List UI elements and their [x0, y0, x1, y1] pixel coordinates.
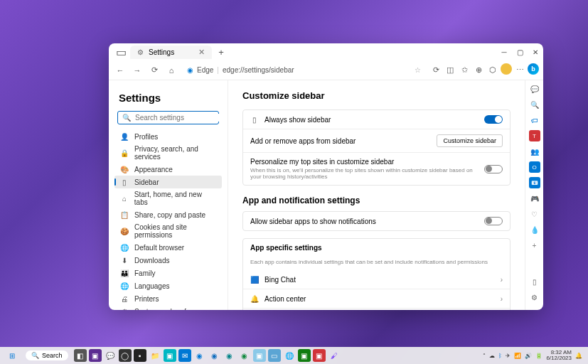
- bluetooth-icon[interactable]: ᛒ: [498, 353, 502, 359]
- close-icon[interactable]: ✕: [198, 48, 205, 57]
- edge-dev-icon[interactable]: ◉: [208, 349, 221, 362]
- app-icon[interactable]: ▣: [313, 349, 326, 362]
- nav-item-default-browser[interactable]: 🌐Default browser: [114, 241, 222, 254]
- nav-icon: ⚙: [120, 307, 129, 310]
- clock[interactable]: 8:32 AM 6/12/2023: [546, 350, 572, 361]
- outlook-icon[interactable]: 📧: [529, 177, 540, 188]
- nav-icon: 👪: [120, 269, 129, 277]
- back-button[interactable]: ←: [113, 63, 127, 77]
- taskbar-search[interactable]: 🔍 Search: [26, 350, 68, 360]
- volume-icon[interactable]: 🔊: [525, 353, 532, 359]
- split-icon[interactable]: ◫: [444, 63, 456, 77]
- app-row-action-center[interactable]: 🔔Action center›: [243, 289, 510, 308]
- minimize-button[interactable]: ─: [496, 44, 512, 60]
- always-show-toggle[interactable]: [484, 115, 503, 124]
- chevron-up-icon[interactable]: ˄: [483, 353, 486, 359]
- start-button[interactable]: ⊞: [6, 349, 18, 362]
- nav-item-cookies-and-site-permissions[interactable]: 🍪Cookies and site permissions: [114, 221, 222, 241]
- nav-item-profiles[interactable]: 👤Profiles: [114, 130, 222, 143]
- terminal-icon[interactable]: ▪: [134, 349, 146, 362]
- taskview-icon[interactable]: ◧: [74, 349, 87, 362]
- nav-label: Appearance: [134, 166, 173, 173]
- chrome-icon[interactable]: 🌐: [283, 349, 296, 362]
- app-icon[interactable]: ♡: [529, 208, 540, 220]
- search-field[interactable]: [135, 114, 225, 122]
- extensions-icon[interactable]: ⬡: [486, 63, 499, 77]
- search-sidebar-icon[interactable]: 🔍: [529, 99, 540, 110]
- search-icon: 🔍: [122, 114, 131, 122]
- office-icon[interactable]: O: [529, 161, 540, 173]
- app-row-bing-chat[interactable]: 🟦Bing Chat›: [243, 270, 510, 289]
- refresh-button[interactable]: ⟳: [147, 63, 161, 77]
- outlook-icon[interactable]: ✉: [178, 349, 191, 362]
- edge-beta-icon[interactable]: ◉: [223, 349, 236, 362]
- add-icon[interactable]: +: [529, 240, 540, 251]
- favorites-icon[interactable]: ✩: [458, 63, 471, 77]
- nav-item-family[interactable]: 👪Family: [114, 267, 222, 279]
- location-icon[interactable]: ✈: [506, 353, 511, 359]
- chevron-right-icon: ›: [501, 276, 503, 284]
- always-show-label: Always show sidebar: [264, 116, 479, 124]
- photos-icon[interactable]: ▣: [253, 349, 266, 362]
- nav-item-start-home-and-new-tabs[interactable]: ⌂Start, home, and new tabs: [114, 188, 222, 208]
- forward-button[interactable]: →: [130, 63, 144, 77]
- nav-item-appearance[interactable]: 🎨Appearance: [114, 163, 222, 176]
- new-tab-button[interactable]: +: [215, 46, 228, 58]
- browser-tab[interactable]: ⚙ Settings ✕: [130, 46, 212, 59]
- shopping-icon[interactable]: 🏷: [529, 114, 540, 126]
- games-icon[interactable]: 🎮: [529, 193, 540, 204]
- nav-icon: 🖨: [120, 294, 129, 303]
- app-icon[interactable]: ◯: [119, 349, 132, 362]
- chat-icon[interactable]: 💬: [104, 349, 117, 362]
- people-icon[interactable]: 👥: [529, 146, 540, 157]
- notification-icon[interactable]: 🔔: [575, 353, 582, 359]
- nav-icon: 👤: [120, 132, 129, 141]
- collections-icon[interactable]: ⊕: [472, 63, 485, 77]
- notepad-icon[interactable]: ▭: [268, 349, 281, 362]
- chevron-right-icon: ›: [501, 295, 503, 303]
- nav-item-printers[interactable]: 🖨Printers: [114, 292, 222, 305]
- store-icon[interactable]: ▣: [164, 349, 176, 362]
- drop-icon[interactable]: 💧: [529, 224, 540, 235]
- customize-button[interactable]: Customize sidebar: [437, 134, 503, 147]
- paint-icon[interactable]: 🖌: [328, 349, 341, 362]
- favorite-icon[interactable]: ☆: [415, 66, 421, 74]
- settings-sidebar-icon[interactable]: ⚙: [529, 291, 540, 303]
- allow-notif-toggle[interactable]: [484, 217, 503, 225]
- search-input[interactable]: 🔍: [117, 111, 219, 124]
- wifi-icon[interactable]: 📶: [514, 353, 521, 359]
- app-label: Bing Chat: [264, 276, 495, 284]
- edge-canary-icon[interactable]: ◉: [238, 349, 251, 362]
- collapse-icon[interactable]: ▯: [529, 276, 540, 287]
- nav-item-languages[interactable]: 🌐Languages: [114, 279, 222, 292]
- edge-icon[interactable]: ◉: [193, 349, 206, 362]
- battery-icon[interactable]: 🔋: [535, 353, 542, 359]
- address-bar[interactable]: ◉ Edge | edge://settings/sidebar ☆: [181, 63, 427, 77]
- nav-item-downloads[interactable]: ⬇Downloads: [114, 254, 222, 267]
- sync-icon[interactable]: ⟳: [429, 63, 442, 77]
- home-button[interactable]: ⌂: [164, 63, 178, 77]
- tab-actions-icon[interactable]: ▭: [114, 45, 128, 59]
- profile-avatar[interactable]: [501, 63, 512, 75]
- nav-icon: 🌐: [120, 282, 129, 290]
- app-icon[interactable]: ▣: [298, 349, 311, 362]
- personalize-toggle[interactable]: [484, 165, 503, 173]
- search-icon: 🔍: [31, 352, 39, 359]
- maximize-button[interactable]: ▢: [512, 44, 528, 60]
- nav-label: Privacy, search, and services: [134, 145, 216, 161]
- section-title: App and notification settings: [242, 196, 511, 205]
- nav-item-sidebar[interactable]: ▯Sidebar: [114, 176, 222, 188]
- bing-icon[interactable]: b: [528, 63, 539, 75]
- app-icon[interactable]: ▣: [89, 349, 102, 362]
- nav-item-share-copy-and-paste[interactable]: 📋Share, copy and paste: [114, 208, 222, 221]
- nav-item-privacy-search-and-services[interactable]: 🔒Privacy, search, and services: [114, 143, 222, 163]
- tools-icon[interactable]: T: [529, 130, 540, 141]
- nav-icon: ⬇: [120, 256, 129, 264]
- app-row-search[interactable]: 🔍Search›: [243, 308, 510, 310]
- explorer-icon[interactable]: 📁: [149, 349, 161, 362]
- nav-item-system-and-performance[interactable]: ⚙System and performance: [114, 305, 222, 310]
- menu-button[interactable]: ⋯: [513, 63, 526, 77]
- close-button[interactable]: ✕: [528, 44, 543, 60]
- cloud-icon[interactable]: ☁: [489, 353, 495, 359]
- chat-icon[interactable]: 💬: [529, 83, 540, 95]
